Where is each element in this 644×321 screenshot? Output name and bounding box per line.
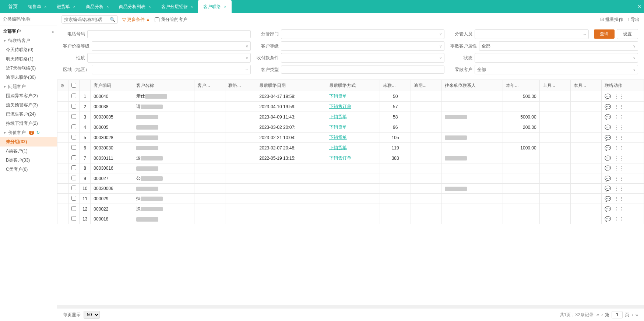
close-tab-analysis[interactable]: × — [106, 0, 109, 13]
sidebar-collapse-btn[interactable]: « — [52, 29, 54, 34]
grid-icon[interactable]: ⋮⋮ — [614, 206, 624, 212]
cell-checkbox[interactable] — [68, 143, 80, 153]
cell-checkbox[interactable] — [68, 163, 80, 173]
cell-checkbox[interactable] — [68, 194, 80, 204]
col-settings[interactable]: ⚙ — [57, 80, 68, 91]
cell-checkbox[interactable] — [68, 214, 80, 224]
cell-last-method[interactable] — [326, 173, 380, 184]
col-last-date[interactable]: 最后联络日期 — [256, 80, 326, 91]
cell-last-method[interactable] — [326, 204, 380, 214]
page-size-select[interactable]: 50 — [84, 311, 100, 319]
cell-last-method[interactable]: 下销售订单 — [326, 102, 380, 112]
col-code[interactable]: 客户编码 — [91, 80, 133, 91]
payment-select[interactable]: ∨ — [281, 53, 444, 63]
sidebar-item-today[interactable]: 今天待联络(0) — [0, 45, 57, 54]
col-unit-contact[interactable]: 往来单位联系人 — [442, 80, 503, 91]
col-name[interactable]: 客户名称 — [133, 80, 194, 91]
grid-icon[interactable]: ⋮⋮ — [614, 216, 624, 222]
chat-icon[interactable]: 💬 — [605, 155, 611, 161]
row-checkbox[interactable] — [71, 186, 76, 190]
col-type[interactable]: 客户... — [194, 80, 225, 91]
chat-icon[interactable]: 💬 — [605, 135, 611, 141]
grid-icon[interactable]: ⋮⋮ — [614, 145, 624, 151]
grid-icon[interactable]: ⋮⋮ — [614, 176, 624, 181]
cell-last-method[interactable]: 下销货单 — [326, 112, 380, 122]
nav-tab-customer-contact[interactable]: 客户联络 × — [198, 0, 231, 13]
row-checkbox[interactable] — [71, 165, 76, 170]
cell-checkbox[interactable] — [68, 91, 80, 102]
chat-icon[interactable]: 💬 — [605, 145, 611, 151]
sidebar-item-churned[interactable]: 已流失客户(24) — [0, 110, 57, 119]
sidebar-item-tomorrow[interactable]: 明天待联络(1) — [0, 54, 57, 64]
close-tab-sales[interactable]: × — [44, 0, 46, 13]
sidebar-item-abnormal[interactable]: 囤购异常客户(2) — [0, 91, 57, 100]
cell-checkbox[interactable] — [68, 173, 80, 184]
row-checkbox[interactable] — [71, 104, 76, 109]
nav-tab-purchase[interactable]: 进货单 × — [52, 0, 80, 13]
sidebar-item-7days[interactable]: 近7天待联络(0) — [0, 64, 57, 73]
reset-button[interactable]: 设置 — [617, 29, 638, 39]
close-window-button[interactable]: × — [638, 3, 641, 10]
sidebar-item-class-c[interactable]: C类客户(6) — [0, 165, 57, 174]
nav-tab-customer-tier[interactable]: 客户分层经营 × — [156, 0, 198, 13]
chat-icon[interactable]: 💬 — [605, 216, 611, 222]
nav-tab-analysis-list[interactable]: 商品分析列表 × — [114, 0, 156, 13]
group-value-customers[interactable]: ▼ 价值客户 7 ↻ — [0, 128, 57, 137]
cell-last-method[interactable] — [326, 214, 380, 224]
row-checkbox[interactable] — [71, 196, 76, 201]
sidebar-item-overdue[interactable]: 逾期未联络(30) — [0, 73, 57, 82]
cell-checkbox[interactable] — [68, 153, 80, 163]
col-this-year[interactable]: 本年... — [503, 80, 539, 91]
more-conditions-btn[interactable]: ▽ 更多条件 ▲ — [122, 17, 150, 23]
prev-page-btn[interactable]: ‹ — [601, 312, 603, 318]
close-tab-customer-contact[interactable]: × — [224, 0, 226, 13]
cell-checkbox[interactable] — [68, 133, 80, 143]
cell-last-method[interactable]: 下销货单 — [326, 91, 380, 102]
grid-icon[interactable]: ⋮⋮ — [614, 135, 624, 141]
price-level-select[interactable]: ∨ — [92, 41, 251, 51]
col-last-method[interactable]: 最后联络方式 — [326, 80, 380, 91]
close-tab-purchase[interactable]: × — [73, 0, 75, 13]
my-customers-checkbox[interactable]: 我分管的客户 — [155, 17, 187, 23]
grid-icon[interactable]: ⋮⋮ — [614, 94, 624, 99]
col-not-contact[interactable]: 未联... — [380, 80, 411, 91]
cell-checkbox[interactable] — [68, 204, 80, 214]
group-problem-customers[interactable]: ▼ 问题客户 — [0, 82, 57, 91]
col-overdue[interactable]: 逾期... — [411, 80, 442, 91]
chat-icon[interactable]: 💬 — [605, 176, 611, 181]
sidebar-item-class-b[interactable]: B类客户(33) — [0, 156, 57, 165]
grid-icon[interactable]: ⋮⋮ — [614, 114, 624, 120]
scatter-customer-select[interactable]: 全部 ∨ — [475, 65, 638, 74]
col-checkbox[interactable] — [68, 80, 80, 91]
grid-icon[interactable]: ⋮⋮ — [614, 165, 624, 171]
chat-icon[interactable]: 💬 — [605, 165, 611, 171]
cell-checkbox[interactable] — [68, 112, 80, 122]
cell-last-method[interactable] — [326, 194, 380, 204]
nav-home[interactable]: 首页 — [3, 0, 23, 13]
cell-checkbox[interactable] — [68, 102, 80, 112]
sidebar-item-unclassified[interactable]: 未分组(32) — [0, 137, 57, 147]
nav-tab-sales[interactable]: 销售单 × — [23, 0, 52, 13]
sidebar-item-churn-warning[interactable]: 流失预警客户(3) — [0, 100, 57, 110]
close-tab-customer-tier[interactable]: × — [191, 0, 193, 13]
nav-tab-analysis[interactable]: 商品分析 × — [81, 0, 114, 13]
cell-last-method[interactable]: 下销货单 — [326, 143, 380, 153]
cell-last-method[interactable] — [326, 163, 380, 173]
settings-icon[interactable]: ⚙ — [60, 83, 64, 88]
cell-last-method[interactable]: 下销货单 — [326, 133, 380, 143]
row-checkbox[interactable] — [71, 206, 76, 211]
cell-checkbox[interactable] — [68, 122, 80, 133]
next-page-btn[interactable]: › — [631, 312, 633, 318]
grid-icon[interactable]: ⋮⋮ — [614, 196, 624, 202]
person-input[interactable]: ··· — [475, 29, 589, 39]
row-checkbox[interactable] — [71, 94, 76, 98]
row-checkbox[interactable] — [71, 124, 76, 129]
chat-icon[interactable]: 💬 — [605, 114, 611, 120]
grid-icon[interactable]: ⋮⋮ — [614, 155, 624, 161]
chat-icon[interactable]: 💬 — [605, 94, 611, 99]
last-page-btn[interactable]: » — [636, 312, 638, 318]
group-pending-contact[interactable]: ▼ 待联络客户 — [0, 36, 57, 45]
sidebar-search-input[interactable] — [3, 17, 57, 22]
all-customers-header[interactable]: 全部客户 « — [0, 25, 57, 36]
chat-icon[interactable]: 💬 — [605, 196, 611, 202]
